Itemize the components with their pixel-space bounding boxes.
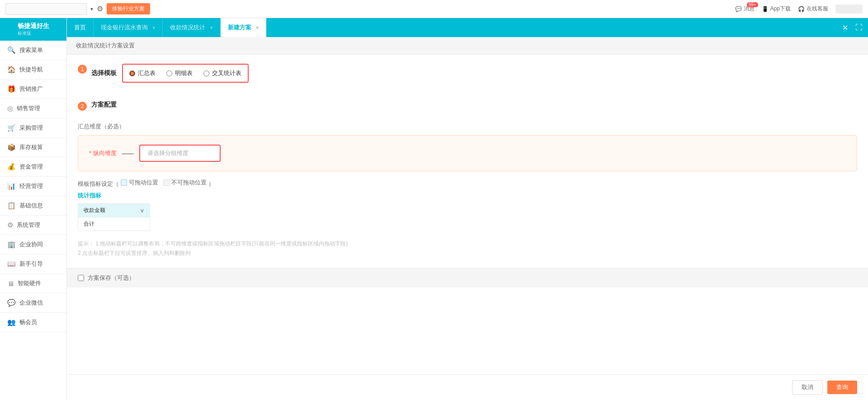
- metrics-row-total: 合计: [78, 217, 150, 231]
- trial-button[interactable]: 体验行业方案: [107, 3, 150, 14]
- message-icon: 💬: [735, 6, 742, 12]
- tip1: 提示： 1.拖动标题栏可以调整布局，不可跨维度或指标区域拖动栏目字段(只能在同一…: [78, 240, 857, 248]
- tab-close-icon[interactable]: ✕: [840, 22, 850, 34]
- step2-section: 2 方案配置 汇总维度（必选） * 纵向维度 —— 请选择分组维度: [67, 101, 868, 268]
- dimension-label: 汇总维度（必选）: [78, 122, 857, 131]
- non-draggable-label: 不可拖动位置: [171, 179, 207, 187]
- step1-block: 1 选择模板 汇总表 明细表: [78, 64, 857, 83]
- step1-section: 1 选择模板 汇总表 明细表: [67, 55, 868, 101]
- tab-receipt-label: 收款情况统计: [170, 24, 205, 32]
- metrics-table: 收款金额 ∨ 合计: [78, 203, 150, 231]
- metrics-col-header[interactable]: 收款金额 ∨: [78, 204, 150, 217]
- tab-home[interactable]: 首页: [67, 18, 94, 37]
- sidebar-label-basic: 基础信息: [19, 202, 43, 210]
- sidebar-label-guide: 新手引导: [19, 260, 43, 268]
- metrics-config-area: 模板指标设定（ 可拖动位置 不可拖动位置 ）: [78, 179, 857, 231]
- avatar[interactable]: [835, 5, 863, 14]
- sales-icon: ◎: [7, 104, 13, 113]
- wechat-icon: 💬: [7, 299, 16, 307]
- sidebar-label-nav: 快捷导航: [19, 66, 43, 74]
- logo-sub: 标准版: [18, 30, 49, 37]
- gear-icon[interactable]: ⚙: [97, 5, 103, 13]
- footer-bar: 取消 查询: [67, 374, 868, 400]
- radio-huizong-label[interactable]: 汇总表: [138, 69, 156, 77]
- gift-icon: 🎁: [7, 85, 16, 93]
- save-checkbox[interactable]: [78, 275, 84, 281]
- tab-new-label: 新建方案: [228, 24, 251, 32]
- radio-jiaocha[interactable]: 交叉统计表: [203, 69, 241, 77]
- corp-icon: 🏢: [7, 240, 16, 249]
- sidebar-item-sales[interactable]: ◎ 销售管理: [0, 99, 66, 118]
- query-button[interactable]: 查询: [827, 381, 857, 394]
- radio-jiaocha-input[interactable]: [203, 71, 209, 76]
- download-item[interactable]: 📱 App下载: [762, 5, 791, 13]
- metrics-col-label: 收款金额: [84, 207, 105, 214]
- list-icon: 📋: [7, 202, 16, 210]
- stats-section: 统计指标 收款金额 ∨ 合计: [78, 192, 150, 231]
- service-label: 在线客服: [807, 5, 828, 13]
- sidebar-label-hardware: 智能硬件: [18, 279, 41, 287]
- sidebar-item-member[interactable]: 👥 畅会员: [0, 313, 66, 332]
- sidebar-item-hardware[interactable]: 🖥 智能硬件: [0, 274, 66, 293]
- tab-bank-label: 现金银行流水查询: [101, 24, 148, 32]
- tab-new[interactable]: 新建方案 ×: [221, 18, 266, 37]
- metrics-col-dropdown-icon[interactable]: ∨: [140, 207, 144, 214]
- search-input[interactable]: [5, 3, 87, 15]
- tab-bar: 首页 现金银行流水查询 × 收款情况统计 × 新建方案 × ✕ ⛶: [67, 18, 868, 37]
- tips-section: 提示： 1.拖动标题栏可以调整布局，不可跨维度或指标区域拖动栏目字段(只能在同一…: [78, 240, 857, 257]
- step1-num: 1: [78, 65, 87, 74]
- tab-receipt[interactable]: 收款情况统计 ×: [163, 18, 220, 37]
- radio-mingxi-input[interactable]: [166, 71, 172, 76]
- tab-home-label: 首页: [74, 24, 86, 32]
- service-item[interactable]: 🎧 在线客服: [798, 5, 828, 13]
- step2-block: 2 方案配置: [78, 101, 857, 113]
- dimension-row: * 纵向维度 —— 请选择分组维度: [89, 145, 846, 162]
- step2-content: 方案配置: [91, 101, 857, 113]
- dropdown-icon[interactable]: ▾: [90, 6, 93, 12]
- step1-content: 选择模板 汇总表 明细表: [91, 64, 857, 83]
- metrics-header-text: 模板指标设定（ 可拖动位置 不可拖动位置 ）: [78, 179, 214, 188]
- sidebar-item-marketing[interactable]: 🎁 营销推广: [0, 80, 66, 99]
- sidebar-item-operations[interactable]: 📊 经营管理: [0, 177, 66, 196]
- sidebar-item-corp[interactable]: 🏢 企业协同: [0, 235, 66, 254]
- sidebar-item-basic[interactable]: 📋 基础信息: [0, 196, 66, 216]
- sidebar-item-search[interactable]: 🔍 搜索菜单: [0, 41, 66, 60]
- guide-icon: 📖: [7, 260, 16, 268]
- chart-icon: 📊: [7, 182, 16, 190]
- sidebar-item-purchase[interactable]: 🛒 采购管理: [0, 118, 66, 138]
- sidebar-item-system[interactable]: ⚙ 系统管理: [0, 216, 66, 235]
- tab-bank[interactable]: 现金银行流水查询 ×: [94, 18, 163, 37]
- message-item[interactable]: 💬 消息 99+: [735, 5, 755, 13]
- radio-huizong[interactable]: 汇总表: [129, 69, 156, 77]
- tab-bank-close[interactable]: ×: [152, 25, 155, 30]
- content-area: 首页 现金银行流水查询 × 收款情况统计 × 新建方案 × ✕ ⛶ 收款情况统计…: [67, 18, 868, 400]
- save-label[interactable]: 方案保存（可选）: [88, 274, 135, 282]
- cancel-button[interactable]: 取消: [792, 380, 823, 395]
- tab-new-close[interactable]: ×: [256, 25, 259, 30]
- sidebar-item-nav[interactable]: 🏠 快捷导航: [0, 60, 66, 80]
- radio-huizong-input[interactable]: [129, 71, 135, 76]
- sidebar-label-wechat: 企业微信: [19, 299, 43, 307]
- sidebar-item-guide[interactable]: 📖 新手引导: [0, 254, 66, 274]
- top-bar-right: 💬 消息 99+ 📱 App下载 🎧 在线客服: [735, 5, 863, 14]
- radio-jiaocha-label[interactable]: 交叉统计表: [212, 69, 241, 77]
- cart-icon: 🛒: [7, 124, 16, 132]
- radio-mingxi-label[interactable]: 明细表: [175, 69, 193, 77]
- page-body: 1 选择模板 汇总表 明细表: [67, 55, 868, 374]
- dimension-select[interactable]: 请选择分组维度: [139, 145, 221, 162]
- radio-mingxi[interactable]: 明细表: [166, 69, 193, 77]
- stats-title: 统计指标: [78, 192, 150, 200]
- sidebar-label-marketing: 营销推广: [19, 85, 43, 93]
- sidebar-item-finance[interactable]: 💰 资金管理: [0, 157, 66, 177]
- dimension-area: * 纵向维度 —— 请选择分组维度: [78, 135, 857, 171]
- tab-expand-icon[interactable]: ⛶: [854, 22, 864, 33]
- sidebar-label-member: 畅会员: [19, 318, 37, 326]
- sidebar-item-wechat[interactable]: 💬 企业微信: [0, 293, 66, 313]
- sidebar-item-inventory[interactable]: 📦 库存核算: [0, 138, 66, 157]
- sidebar-label-sales: 销售管理: [17, 104, 40, 113]
- tab-receipt-close[interactable]: ×: [210, 25, 212, 30]
- box-icon: 📦: [7, 143, 16, 151]
- tab-bar-actions: ✕ ⛶: [840, 22, 868, 34]
- sidebar-label-operations: 经营管理: [19, 182, 43, 190]
- member-icon: 👥: [7, 318, 16, 326]
